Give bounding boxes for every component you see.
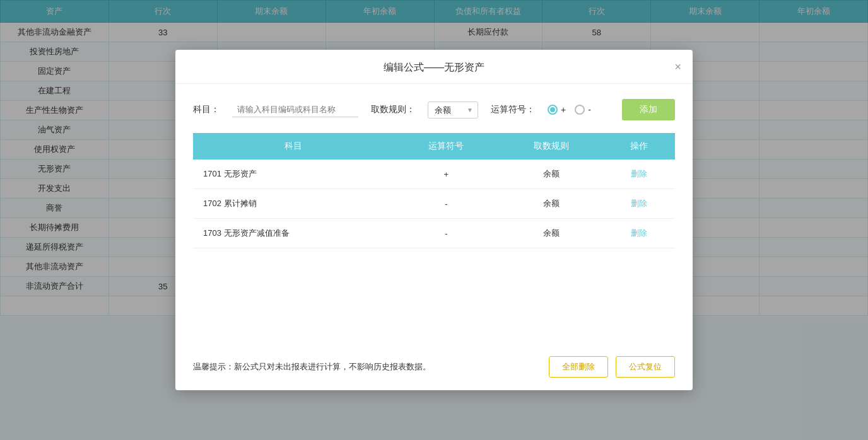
- formula-table: 科目运算符号取数规则操作 1701 无形资产+余额删除1702 累计摊销-余额删…: [193, 133, 675, 248]
- operator-minus-item[interactable]: -: [575, 105, 591, 115]
- modal-close-button[interactable]: ×: [674, 61, 681, 72]
- modal-body: 科目： 取数规则： 余额借方贷方 ▼ 运算符号： + -: [175, 84, 693, 346]
- formula-action: 删除: [604, 159, 675, 189]
- rule-select-wrap[interactable]: 余额借方贷方 ▼: [428, 101, 478, 119]
- rule-label: 取数规则：: [371, 104, 415, 115]
- footer-tip: 温馨提示：新公式只对未出报表进行计算，不影响历史报表数据。: [193, 361, 431, 373]
- formula-action: 删除: [604, 219, 675, 248]
- formula-table-head: 科目运算符号取数规则操作: [193, 133, 675, 159]
- operator-minus-radio[interactable]: [575, 105, 585, 115]
- formula-rule: 余额: [498, 189, 603, 219]
- operator-plus-item[interactable]: +: [548, 105, 566, 115]
- footer-buttons: 全部删除 公式复位: [549, 356, 675, 378]
- tip-prefix: 温馨提示：: [193, 362, 234, 371]
- subject-input[interactable]: [232, 102, 358, 117]
- formula-table-header: 取数规则: [498, 133, 603, 159]
- formula-operator: +: [394, 159, 498, 189]
- modal-footer: 温馨提示：新公式只对未出报表进行计算，不影响历史报表数据。 全部删除 公式复位: [175, 346, 693, 390]
- operator-label: 运算符号：: [491, 104, 535, 115]
- formula-rule: 余额: [498, 159, 603, 189]
- form-row: 科目： 取数规则： 余额借方贷方 ▼ 运算符号： + -: [193, 99, 675, 120]
- operator-radio-group: + -: [548, 105, 591, 115]
- formula-table-header: 运算符号: [394, 133, 498, 159]
- table-row: 1701 无形资产+余额删除: [193, 159, 675, 189]
- formula-operator: -: [394, 189, 498, 219]
- rule-select[interactable]: 余额借方贷方: [428, 101, 478, 119]
- formula-table-body: 1701 无形资产+余额删除1702 累计摊销-余额删除1703 无形资产减值准…: [193, 159, 675, 248]
- delete-row-button[interactable]: 删除: [631, 228, 647, 239]
- modal-dialog: 编辑公式——无形资产 × 科目： 取数规则： 余额借方贷方 ▼ 运算符号： +: [175, 50, 693, 390]
- formula-operator: -: [394, 219, 498, 248]
- delete-row-button[interactable]: 删除: [631, 168, 647, 180]
- modal-title: 编辑公式——无形资产: [384, 62, 484, 72]
- delete-row-button[interactable]: 删除: [631, 198, 647, 209]
- formula-subject: 1701 无形资产: [193, 159, 394, 189]
- formula-table-header: 科目: [193, 133, 394, 159]
- operator-plus-label: +: [561, 105, 566, 115]
- formula-action: 删除: [604, 189, 675, 219]
- formula-subject: 1703 无形资产减值准备: [193, 219, 394, 248]
- formula-rule: 余额: [498, 219, 603, 248]
- tip-content: 新公式只对未出报表进行计算，不影响历史报表数据。: [234, 362, 431, 371]
- modal-overlay: 编辑公式——无形资产 × 科目： 取数规则： 余额借方贷方 ▼ 运算符号： +: [0, 0, 868, 440]
- table-row: 1703 无形资产减值准备-余额删除: [193, 219, 675, 248]
- table-row: 1702 累计摊销-余额删除: [193, 189, 675, 219]
- delete-all-button[interactable]: 全部删除: [549, 356, 608, 378]
- formula-subject: 1702 累计摊销: [193, 189, 394, 219]
- reset-formula-button[interactable]: 公式复位: [616, 356, 675, 378]
- formula-table-header: 操作: [604, 133, 675, 159]
- subject-label: 科目：: [193, 104, 220, 115]
- operator-plus-radio[interactable]: [548, 105, 558, 115]
- operator-minus-label: -: [588, 105, 591, 115]
- add-button[interactable]: 添加: [622, 99, 675, 120]
- modal-header: 编辑公式——无形资产 ×: [175, 50, 693, 84]
